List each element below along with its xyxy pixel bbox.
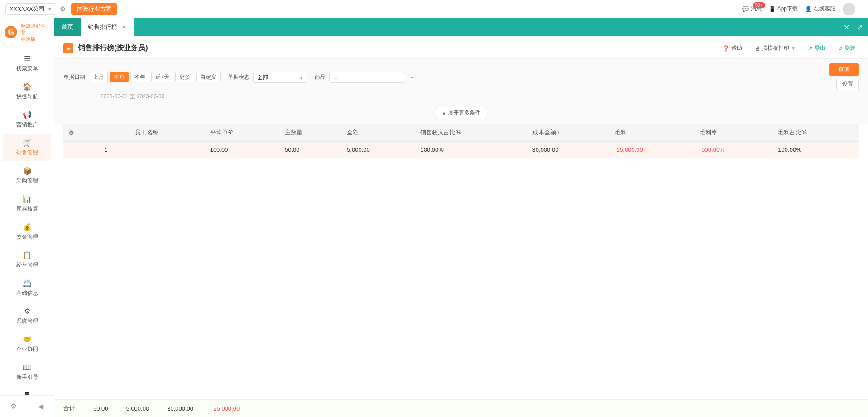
avatar[interactable] [843,3,855,15]
sidebar-label-quicknav: 快捷导航 [16,93,38,101]
status-select[interactable]: 全部 已审核 未审核 [253,72,307,83]
app-download-button[interactable]: 📱 App下载 [769,5,798,13]
date-btn-this-year[interactable]: 本年 [130,72,149,82]
sidebar-item-finance[interactable]: 💰 资金管理 [3,218,51,245]
collapse-arrow-button[interactable]: ▶ [63,43,73,53]
trial-button[interactable]: 体验行业方案 [71,3,117,15]
goods-input[interactable] [329,72,405,83]
apps-icon: 📱 [23,391,32,395]
table-header-row: ⚙ 员工名称 平均单价 主数量 全额 销售收入占比% 成本全额 ℹ 毛利 毛利率… [63,124,859,142]
sidebar-item-apps[interactable]: 📱 应用中心 [3,387,51,395]
date-btn-this-month[interactable]: 本月 [110,72,129,82]
collapse-icon[interactable]: ◀ [35,399,46,413]
cell-rank: 1 [99,142,129,158]
app-download-label: App下载 [777,5,798,13]
sidebar-item-sales[interactable]: 🛒 销售管理 [3,134,51,161]
top-settings-icon[interactable]: ⚙ [60,5,66,13]
sidebar-item-marketing[interactable]: 📢 营销推广 [3,106,51,133]
col-amount: 全额 [341,124,415,142]
tab-home[interactable]: 首页 [54,18,81,36]
sidebar-item-basic-info[interactable]: 📇 基础信息 [3,274,51,302]
management-icon: 📋 [23,251,32,259]
template-print-chevron-icon: ▼ [791,46,796,51]
print-icon: 🖨 [755,45,760,52]
rankings-table: ⚙ 员工名称 平均单价 主数量 全额 销售收入占比% 成本全额 ℹ 毛利 毛利率… [63,124,859,158]
cell-profit-pct: 100.00% [772,142,859,158]
tab-close-icon[interactable]: ✕ [122,24,126,30]
sidebar-item-system[interactable]: ⚙ 系统管理 [3,302,51,330]
sidebar-item-search[interactable]: ☰ 搜索菜单 [3,50,51,77]
date-btn-last-month[interactable]: 上月 [89,72,108,82]
sidebar-item-guide[interactable]: 📖 新手引导 [3,359,51,386]
sidebar: 畅 畅康通好生意 标准版 ☰ 搜索菜单 🏠 快捷导航 📢 营销推广 [0,18,54,417]
table-footer: 合计 50.00 5,000.00 30,000.00 -25,000.00 [54,399,868,417]
sidebar-label-basic-info: 基础信息 [16,289,38,297]
app-icon: 📱 [769,6,776,12]
goods-more-icon[interactable]: ··· [411,74,415,81]
tab-close-window-icon[interactable]: ✕ [842,21,851,34]
col-profit-pct: 毛利占比% [772,124,859,142]
table-wrapper: ⚙ 员工名称 平均单价 主数量 全额 销售收入占比% 成本全额 ℹ 毛利 毛利率… [54,124,868,399]
cell-name [129,142,204,158]
sidebar-item-quicknav[interactable]: 🏠 快捷导航 [3,78,51,105]
help-button[interactable]: ❓ 帮助 [719,43,746,54]
sidebar-item-purchase[interactable]: 📦 采购管理 [3,162,51,189]
col-rank [99,124,129,142]
sidebar-item-management[interactable]: 📋 经营管理 [3,246,51,273]
refresh-icon: ↺ [838,45,843,52]
col-qty: 主数量 [279,124,341,142]
bottom-settings-icon[interactable]: ⚙ [8,399,19,413]
cell-qty: 50.00 [279,142,341,158]
search-menu-icon: ☰ [24,54,30,63]
status-select-wrapper: 全部 已审核 未审核 [253,72,307,83]
tab-sales-ranking[interactable]: 销售排行榜 ✕ [81,18,134,36]
home-icon: 🏠 [23,82,32,91]
tab-right-actions: ✕ ⤢ [842,18,868,36]
sidebar-item-cooperation[interactable]: 🤝 企业协同 [3,331,51,358]
date-label: 单据日期 [63,73,85,81]
company-selector[interactable]: XXXXXX公司 ▼ [5,3,56,15]
date-btn-more[interactable]: 更多 [175,72,194,82]
top-bar: XXXXXX公司 ▼ ⚙ 体验行业方案 💬 消息 99+ 📱 App下载 👤 在… [0,0,868,18]
inventory-icon: 📊 [23,195,32,203]
purchase-icon: 📦 [23,167,32,175]
tab-expand-icon[interactable]: ⤢ [855,21,864,34]
export-button[interactable]: ↗ 导出 [805,43,829,54]
basic-info-icon: 📇 [23,279,32,288]
cell-cost-amount: 30,000.00 [527,142,609,158]
content-area: 首页 销售排行榜 ✕ ✕ ⤢ ▶ 销售排行榜(按业务员) ❓ [54,18,868,417]
company-chevron-icon: ▼ [48,6,52,11]
sidebar-item-inventory[interactable]: 📊 库存核算 [3,190,51,217]
cell-amount: 5,000.00 [341,142,415,158]
sales-icon: 🛒 [23,139,32,147]
online-service-button[interactable]: 👤 在线客服 [805,5,835,13]
date-range-buttons: 上月 本月 本年 近7天 更多 自定义 [89,72,221,82]
help-icon: ❓ [723,45,729,52]
goods-filter: 商品 ··· [315,72,415,83]
tab-bar: 首页 销售排行榜 ✕ ✕ ⤢ [54,18,868,36]
system-icon: ⚙ [24,307,30,316]
finance-icon: 💰 [23,223,32,231]
expand-chevron-icon: ∨ [442,110,446,116]
logo-text: 畅康通好生意 标准版 [21,23,50,42]
page-header: ▶ 销售排行榜(按业务员) ❓ 帮助 🖨 按模板打印 ▼ ↗ 导 [54,36,868,59]
message-button[interactable]: 💬 消息 99+ [742,5,762,13]
expand-more-button[interactable]: ∨ 展开更多条件 [436,107,486,119]
status-label: 单据状态 [228,73,249,81]
sidebar-label-guide: 新手引导 [16,374,38,381]
col-settings[interactable]: ⚙ [63,124,99,142]
table-row: 1 100.00 50.00 5,000.00 100.00% 30,000.0… [63,142,859,158]
settings-button[interactable]: 设置 [836,78,859,91]
sidebar-label-search: 搜索菜单 [16,65,38,72]
page-title: 销售排行榜(按业务员) [78,43,148,53]
service-icon: 👤 [805,6,812,12]
online-service-label: 在线客服 [814,5,835,13]
col-avg-price: 平均单价 [205,124,279,142]
refresh-button[interactable]: ↺ 刷新 [834,43,859,54]
tab-home-label: 首页 [62,23,73,31]
template-print-button[interactable]: 🖨 按模板打印 ▼ [751,43,799,54]
date-btn-custom[interactable]: 自定义 [196,72,221,82]
query-button[interactable]: 查询 [829,63,859,76]
marketing-icon: 📢 [23,110,32,119]
date-btn-7days[interactable]: 近7天 [151,72,173,82]
